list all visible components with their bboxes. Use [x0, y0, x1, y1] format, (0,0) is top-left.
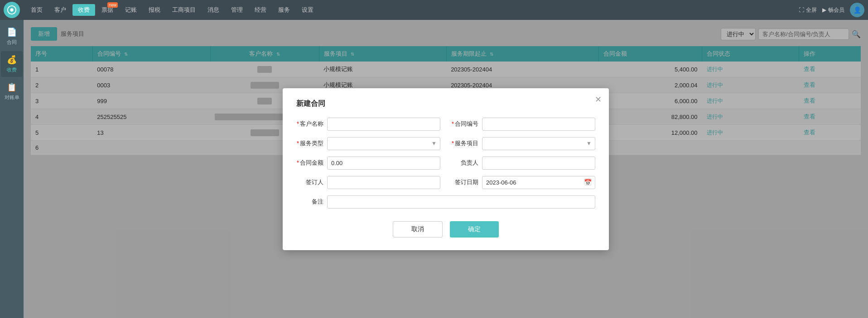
amount-input[interactable]: [327, 157, 440, 170]
nav-client[interactable]: 客户: [49, 4, 72, 16]
new-contract-modal: ✕ 新建合同 *客户名称 *合同编号: [283, 88, 609, 250]
nav-home[interactable]: 首页: [25, 4, 48, 16]
sidebar-item-contract[interactable]: 📄 合同: [1, 24, 23, 49]
modal-footer: 取消 确定: [296, 221, 595, 237]
avatar-icon: 👤: [854, 6, 861, 14]
fullscreen-button[interactable]: ⛶ 全屏: [799, 6, 817, 14]
form-row-sign-date: 签订日期 📅: [451, 176, 595, 189]
service-item-select[interactable]: [482, 137, 595, 150]
assignee-label: 负责人: [451, 159, 478, 167]
nav-tax[interactable]: 报税: [143, 4, 166, 16]
note-input[interactable]: [327, 195, 595, 209]
nav-invoice[interactable]: 票据 new: [96, 4, 119, 16]
form-row-client: *客户名称: [296, 118, 440, 131]
form-row-service-item: *服务项目 ▼: [451, 137, 595, 150]
statement-icon: 📋: [7, 82, 17, 92]
form-row-note: 备注: [296, 195, 595, 209]
sidebar-item-fee[interactable]: 💰 收费: [1, 51, 23, 77]
cancel-button[interactable]: 取消: [393, 221, 443, 237]
amount-label: *合同金额: [296, 159, 323, 167]
contract-no-label: *合同编号: [451, 120, 478, 128]
contract-icon: 📄: [7, 27, 17, 37]
form-row-service-type: *服务类型 ▼: [296, 137, 440, 150]
nav-manage[interactable]: 管理: [226, 4, 248, 16]
required-star: *: [452, 120, 454, 127]
nav-operation[interactable]: 经营: [249, 4, 272, 16]
required-star: *: [297, 120, 299, 127]
form-row-signer: 签订人: [296, 176, 440, 189]
sign-date-input[interactable]: [482, 176, 595, 189]
nav-business[interactable]: 工商项目: [167, 4, 201, 16]
nav-items: 首页 客户 收费 票据 new 记账 报税 工商项目 消息 管理 经营 服务 设…: [25, 4, 799, 16]
client-name-label: *客户名称: [296, 120, 323, 128]
sidebar-item-label: 合同: [7, 39, 17, 46]
member-button[interactable]: ▶ 畅会员: [822, 6, 844, 14]
service-item-select-wrapper: ▼: [482, 137, 595, 150]
signer-input[interactable]: [327, 176, 440, 189]
fullscreen-icon: ⛶: [799, 7, 804, 13]
nav-right: ⛶ 全屏 ▶ 畅会员 👤: [799, 3, 864, 17]
signer-label: 签订人: [296, 178, 323, 186]
contract-no-input[interactable]: [482, 118, 595, 131]
form-row-assignee: 负责人: [451, 157, 595, 170]
sign-date-label: 签订日期: [451, 178, 478, 186]
form-row-contract-no: *合同编号: [451, 118, 595, 131]
content-area: 新增 服务项目 进行中 已完成 已终止 🔍 序号 合同编号: [24, 20, 868, 318]
sidebar-item-label: 收费: [7, 66, 17, 73]
sidebar-item-statement[interactable]: 📋 对账单: [1, 79, 23, 104]
form-row-amount: *合同金额: [296, 157, 440, 170]
nav-bookkeeping[interactable]: 记账: [120, 4, 142, 16]
top-navigation: 首页 客户 收费 票据 new 记账 报税 工商项目 消息 管理 经营 服务 设…: [0, 0, 868, 20]
play-icon: ▶: [822, 7, 826, 13]
modal-close-button[interactable]: ✕: [595, 95, 602, 104]
nav-message[interactable]: 消息: [202, 4, 225, 16]
nav-fee[interactable]: 收费: [72, 4, 95, 16]
sidebar: 📄 合同 💰 收费 📋 对账单: [0, 20, 24, 318]
nav-settings[interactable]: 设置: [296, 4, 319, 16]
nav-service[interactable]: 服务: [273, 4, 295, 16]
modal-title: 新建合同: [296, 99, 595, 109]
logo[interactable]: [4, 2, 20, 18]
modal-overlay: ✕ 新建合同 *客户名称 *合同编号: [24, 20, 868, 318]
required-star: *: [297, 159, 299, 166]
date-input-wrapper: 📅: [482, 176, 595, 189]
confirm-button[interactable]: 确定: [450, 221, 499, 237]
form-grid: *客户名称 *合同编号 *服务类型: [296, 118, 595, 209]
main-layout: 📄 合同 💰 收费 📋 对账单 新增 服务项目 进行中 已完成 已终止: [0, 20, 868, 318]
service-type-select[interactable]: [327, 137, 440, 150]
sidebar-item-label: 对账单: [5, 94, 19, 101]
required-star: *: [452, 140, 454, 147]
note-label: 备注: [296, 198, 323, 206]
avatar[interactable]: 👤: [850, 3, 864, 17]
assignee-input[interactable]: [482, 157, 595, 170]
service-item-label: *服务项目: [451, 139, 478, 147]
client-name-input[interactable]: [327, 118, 440, 131]
service-type-select-wrapper: ▼: [327, 137, 440, 150]
service-type-label: *服务类型: [296, 139, 323, 147]
required-star: *: [297, 140, 299, 147]
new-badge: new: [107, 2, 118, 8]
fee-icon: 💰: [7, 55, 17, 65]
